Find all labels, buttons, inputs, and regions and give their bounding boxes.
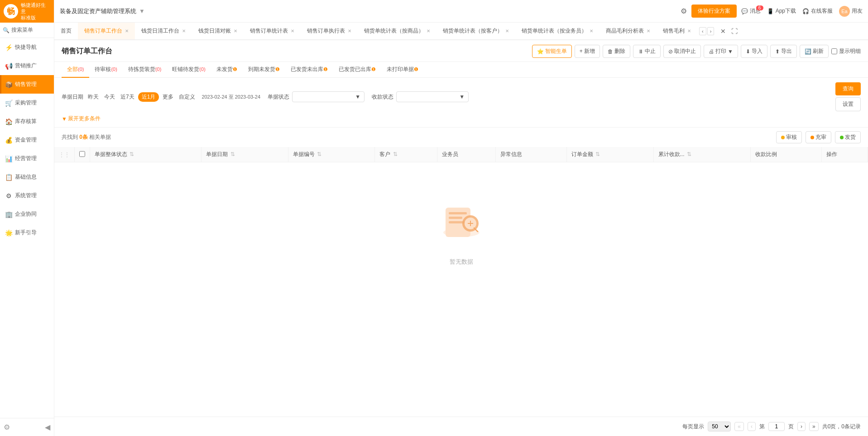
tab-cash-reconcile[interactable]: 钱货日清对账 ✕: [192, 23, 244, 40]
date-btn-more[interactable]: 更多: [161, 92, 175, 102]
sidebar-item-purchase[interactable]: 🛒 采购管理: [0, 94, 54, 112]
sort-number-icon[interactable]: ⇅: [317, 151, 321, 157]
tab-gross-margin[interactable]: 商品毛利分析表 ✕: [599, 23, 657, 40]
tab-sales-profit[interactable]: 销售毛利 ✕: [657, 23, 697, 40]
close-tab-cash-daily[interactable]: ✕: [182, 28, 186, 33]
sidebar-item-quick-nav[interactable]: ⚡ 快捷导航: [0, 38, 54, 57]
export-button[interactable]: ⬆ 导出: [770, 45, 797, 58]
sidebar-item-finance[interactable]: 💰 资金管理: [0, 131, 54, 149]
show-detail-checkbox-label[interactable]: 显示明细: [831, 47, 861, 55]
tab-close-all[interactable]: ✕: [719, 27, 728, 36]
ship-action-button[interactable]: 发货: [835, 131, 861, 143]
refresh-button[interactable]: 🔄 刷新: [800, 45, 829, 58]
query-button[interactable]: 查询: [835, 82, 861, 95]
date-btn-7days[interactable]: 近7天: [119, 92, 136, 102]
sort-amount-icon[interactable]: ⇅: [595, 151, 600, 157]
review-action-button[interactable]: 审核: [776, 131, 802, 143]
select-all-checkbox[interactable]: [79, 151, 85, 157]
add-button[interactable]: + 新增: [575, 45, 600, 58]
cancel-pause-button[interactable]: ⊘ 取消中止: [663, 45, 701, 58]
tab-sales-exec[interactable]: 销售订单执行表 ✕: [301, 23, 358, 40]
sub-tab-pending-review[interactable]: 待审核(0): [89, 62, 122, 78]
page-number-input[interactable]: [768, 422, 785, 431]
cancel-review-action-button[interactable]: 充审: [806, 131, 831, 143]
date-btn-month[interactable]: 近1月: [138, 92, 159, 102]
sub-tab-shipped-out[interactable]: 已发货已出库❶: [333, 62, 381, 78]
filter-payment-select[interactable]: ▼: [396, 91, 469, 102]
pause-button[interactable]: ⏸ 中止: [633, 45, 661, 58]
sidebar-item-system[interactable]: ⚙ 系统管理: [0, 186, 54, 205]
logo-text: 畅捷通好生意 标准版: [21, 2, 50, 21]
close-tab-sales-exec[interactable]: ✕: [348, 28, 351, 33]
topbar-dropdown-icon[interactable]: ▼: [139, 8, 145, 14]
sub-tab-overdue-not-shipped[interactable]: 到期未发货❶: [243, 62, 285, 78]
close-tab-sales-workbench[interactable]: ✕: [125, 28, 129, 33]
sub-tab-wangpu[interactable]: 旺铺待发货(0): [167, 62, 211, 78]
close-tab-cash-reconcile[interactable]: ✕: [234, 28, 237, 33]
close-tab-sales-stats[interactable]: ✕: [291, 28, 294, 33]
date-btn-custom[interactable]: 自定义: [177, 92, 197, 102]
payment-dropdown-icon: ▼: [459, 94, 465, 100]
sidebar-item-enterprise[interactable]: 🏢 企业协同: [0, 205, 54, 223]
date-btn-yesterday[interactable]: 昨天: [86, 92, 101, 102]
sort-status-icon[interactable]: ⇅: [129, 151, 134, 157]
delete-button[interactable]: 🗑 删除: [603, 45, 630, 58]
sub-tab-bar: 全部(0) 待审核(0) 待拣货装货(0) 旺铺待发货(0) 未发货❶ 到期未发…: [54, 62, 868, 78]
close-tab-sales-by-staff[interactable]: ✕: [590, 28, 593, 33]
sidebar-item-sales[interactable]: 📦 销售管理: [0, 75, 54, 94]
support-item[interactable]: 🎧 在线客服: [802, 7, 833, 15]
tab-sales-stats[interactable]: 销售订单统计表 ✕: [244, 23, 301, 40]
filter-status-select[interactable]: ▼: [292, 91, 364, 102]
prev-page-button[interactable]: ‹: [748, 422, 756, 431]
tab-sales-by-product[interactable]: 销货单统计表（按商品） ✕: [358, 23, 436, 40]
tab-sales-workbench[interactable]: 销售订单工作台 ✕: [78, 23, 135, 40]
sort-collected-icon[interactable]: ⇅: [687, 151, 691, 157]
message-item[interactable]: 💬 6 消息: [741, 7, 761, 15]
sidebar-search[interactable]: 🔍 搜索菜单: [0, 23, 54, 38]
sub-tab-pending-inspect[interactable]: 待拣货装货(0): [123, 62, 167, 78]
per-page-select[interactable]: 10 20 50 100: [708, 422, 731, 431]
tab-next-arrow[interactable]: ›: [707, 27, 715, 35]
close-tab-sales-profit[interactable]: ✕: [687, 28, 691, 33]
sidebar-item-marketing[interactable]: 📢 营销推广: [0, 57, 54, 75]
tab-sales-by-staff[interactable]: 销货单统计表（按业务员） ✕: [515, 23, 599, 40]
collapse-icon[interactable]: ◀: [45, 423, 50, 431]
sort-date-icon[interactable]: ⇅: [230, 151, 235, 157]
sub-tab-all[interactable]: 全部(0): [62, 62, 89, 78]
tab-maximize[interactable]: ⛶: [729, 27, 739, 36]
marketing-icon: 📢: [5, 62, 12, 70]
date-btn-today[interactable]: 今天: [102, 92, 117, 102]
topbar-gear-icon[interactable]: ⚙: [681, 7, 687, 15]
settings-icon[interactable]: ⚙: [4, 423, 10, 431]
tab-sales-by-customer[interactable]: 销货单统计表（按客户） ✕: [436, 23, 515, 40]
app-download-item[interactable]: 📱 App下载: [767, 7, 796, 15]
sidebar-item-basic-info[interactable]: 📋 基础信息: [0, 168, 54, 186]
sub-tab-not-printed[interactable]: 未打印单据❶: [381, 62, 424, 78]
tab-cash-daily[interactable]: 钱货日清工作台 ✕: [135, 23, 192, 40]
sort-customer-icon[interactable]: ⇅: [393, 151, 398, 157]
industry-solution-button[interactable]: 体验行业方案: [691, 5, 737, 18]
support-icon: 🎧: [802, 8, 809, 14]
sidebar-item-operations[interactable]: 📊 经营管理: [0, 149, 54, 168]
table-action-buttons: 审核 充审 发货: [776, 131, 861, 143]
tab-prev-arrow[interactable]: ‹: [699, 27, 706, 35]
set-button[interactable]: 设置: [835, 97, 861, 111]
import-button[interactable]: ⬇ 导入: [741, 45, 767, 58]
print-button[interactable]: 🖨 打印 ▼: [704, 45, 738, 58]
close-tab-sales-by-product[interactable]: ✕: [427, 28, 430, 33]
next-page-button[interactable]: ›: [797, 422, 806, 431]
expand-more-button[interactable]: ▼ 展开更多条件: [62, 115, 101, 123]
sidebar-item-guide[interactable]: 🌟 新手引导: [0, 223, 54, 242]
smart-generate-button[interactable]: ⭐ 智能生单: [532, 45, 572, 58]
close-tab-sales-by-customer[interactable]: ✕: [505, 28, 509, 33]
first-page-button[interactable]: «: [734, 422, 744, 431]
last-page-button[interactable]: »: [809, 422, 819, 431]
show-detail-checkbox[interactable]: [831, 48, 837, 54]
tab-home[interactable]: 首页: [54, 23, 78, 40]
sidebar-item-inventory[interactable]: 🏠 库存核算: [0, 112, 54, 131]
user-item[interactable]: Ea 用友: [839, 6, 863, 17]
close-tab-gross-margin[interactable]: ✕: [647, 28, 650, 33]
sub-tab-shipped-not-out[interactable]: 已发货未出库❶: [285, 62, 333, 78]
inventory-icon: 🏠: [5, 118, 12, 125]
sub-tab-not-shipped[interactable]: 未发货❶: [211, 62, 243, 78]
